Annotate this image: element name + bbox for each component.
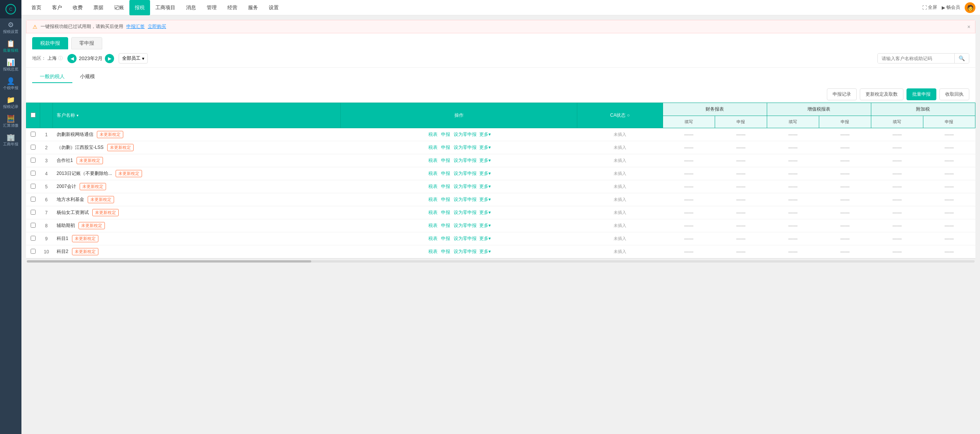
subtab-general[interactable]: 一般的税人 — [32, 71, 72, 83]
op-zero-report[interactable]: 设为零申报 — [454, 249, 477, 254]
op-zero-report[interactable]: 设为零申报 — [454, 236, 477, 241]
op-more[interactable]: 更多▾ — [479, 249, 491, 254]
sidebar-item-annual-settlement[interactable]: 🧮 汇算清缴 — [0, 112, 21, 131]
row-checkbox-9[interactable] — [31, 249, 36, 254]
row-checkbox-6[interactable] — [31, 210, 36, 215]
staff-selector[interactable]: 全部员工 ▾ — [119, 53, 148, 64]
sidebar-item-tax-overview[interactable]: 📊 报税总览 — [0, 56, 21, 75]
op-report[interactable]: 申报 — [441, 249, 450, 254]
tab-tax-report[interactable]: 税款申报 — [32, 37, 68, 49]
op-report[interactable]: 申报 — [441, 223, 450, 228]
row-checkbox-2[interactable] — [31, 158, 36, 163]
upgrade-button[interactable]: ▶ 畅会员 — [942, 4, 960, 11]
client-name-text: 2007会计 — [57, 184, 76, 189]
app-logo[interactable]: C — [0, 0, 21, 18]
row-num: 5 — [40, 180, 53, 193]
update-verify-button[interactable]: 更新稅定及取数 — [860, 88, 903, 100]
date-next-button[interactable]: ▶ — [105, 54, 114, 63]
sidebar-item-batch-tax[interactable]: 📋 批量报税 — [0, 37, 21, 56]
op-zero-report[interactable]: 设为零申报 — [454, 210, 477, 215]
op-tax-table[interactable]: 税表 — [428, 184, 438, 189]
row-client-name: 科目2 未更新稅定 — [53, 245, 341, 258]
op-more[interactable]: 更多▾ — [479, 197, 491, 202]
date-prev-button[interactable]: ◀ — [67, 54, 77, 63]
search-button[interactable]: 🔍 — [954, 54, 969, 63]
row-checkbox-4[interactable] — [31, 184, 36, 189]
row-checkbox-5[interactable] — [31, 197, 36, 202]
op-more[interactable]: 更多▾ — [479, 171, 491, 176]
op-tax-table[interactable]: 税表 — [428, 145, 438, 150]
search-input[interactable] — [878, 54, 954, 63]
op-tax-table[interactable]: 税表 — [428, 171, 438, 176]
sidebar-item-tax-settings[interactable]: ⚙ 报税设置 — [0, 18, 21, 37]
op-tax-table[interactable]: 税表 — [428, 249, 438, 254]
row-checkbox-0[interactable] — [31, 132, 36, 137]
op-report[interactable]: 申报 — [441, 236, 450, 241]
horizontal-scrollbar[interactable] — [26, 258, 975, 264]
row-vat-fill: —— — [871, 206, 923, 219]
op-more[interactable]: 更多▾ — [479, 236, 491, 241]
tab-zero-report[interactable]: 零申报 — [71, 37, 102, 49]
nav-management[interactable]: 管理 — [201, 0, 222, 15]
nav-settings[interactable]: 设置 — [263, 0, 284, 15]
row-checkbox-8[interactable] — [31, 236, 36, 241]
op-zero-report[interactable]: 设为零申报 — [454, 171, 477, 176]
op-tax-table[interactable]: 税表 — [428, 132, 438, 137]
sidebar-item-annual-report[interactable]: 🏢 工商年报 — [0, 131, 21, 150]
op-zero-report[interactable]: 设为零申报 — [454, 223, 477, 228]
op-report[interactable]: 申报 — [441, 210, 450, 215]
row-client-name: 地方水利基金 未更新稅定 — [53, 193, 341, 206]
op-report[interactable]: 申报 — [441, 197, 450, 202]
row-checkbox-3[interactable] — [31, 171, 36, 176]
region-value[interactable]: 上海 — [47, 55, 57, 62]
op-more[interactable]: 更多▾ — [479, 184, 491, 189]
batch-report-button[interactable]: 批量申报 — [906, 88, 936, 100]
nav-tax[interactable]: 报税 — [129, 0, 150, 15]
op-zero-report[interactable]: 设为零申报 — [454, 158, 477, 163]
op-tax-table[interactable]: 税表 — [428, 158, 438, 163]
nav-invoices[interactable]: 票据 — [88, 0, 109, 15]
op-zero-report[interactable]: 设为零申报 — [454, 197, 477, 202]
withdraw-button[interactable]: 收取回执 — [939, 88, 969, 100]
op-zero-report[interactable]: 设为零申报 — [454, 184, 477, 189]
op-tax-table[interactable]: 税表 — [428, 197, 438, 202]
banner-link-buy[interactable]: 立即购买 — [148, 23, 166, 30]
nav-business[interactable]: 工商项目 — [150, 0, 181, 15]
subtab-small[interactable]: 小规模 — [72, 71, 103, 83]
fullscreen-button[interactable]: ⛶ 全屏 — [922, 4, 937, 11]
row-checkbox-1[interactable] — [31, 145, 36, 150]
nav-operations[interactable]: 经营 — [222, 0, 243, 15]
banner-link-sign[interactable]: 申报汇签 — [126, 23, 145, 30]
op-zero-report[interactable]: 设为零申报 — [454, 132, 477, 137]
nav-home[interactable]: 首页 — [26, 0, 47, 15]
nav-bookkeeping[interactable]: 记账 — [109, 0, 129, 15]
declaration-records-button[interactable]: 申报记录 — [827, 88, 857, 100]
op-more[interactable]: 更多▾ — [479, 158, 491, 163]
nav-messages[interactable]: 消息 — [181, 0, 201, 15]
op-report[interactable]: 申报 — [441, 145, 450, 150]
op-more[interactable]: 更多▾ — [479, 210, 491, 215]
sidebar-item-personal-tax[interactable]: 👤 个税申报 — [0, 75, 21, 93]
op-more[interactable]: 更多▾ — [479, 223, 491, 228]
nav-billing[interactable]: 收费 — [67, 0, 88, 15]
client-name-text: 地方水利基金 — [57, 197, 84, 202]
op-report[interactable]: 申报 — [441, 184, 450, 189]
sidebar-item-tax-records[interactable]: 📁 报税记录 — [0, 93, 21, 112]
op-zero-report[interactable]: 设为零申报 — [454, 145, 477, 150]
op-more[interactable]: 更多▾ — [479, 132, 491, 137]
op-tax-table[interactable]: 税表 — [428, 210, 438, 215]
sidebar: C ⚙ 报税设置 📋 批量报税 📊 报税总览 👤 个税申报 📁 报税记录 🧮 汇… — [0, 0, 21, 434]
op-report[interactable]: 申报 — [441, 132, 450, 137]
op-more[interactable]: 更多▾ — [479, 145, 491, 150]
nav-clients[interactable]: 客户 — [47, 0, 67, 15]
banner-close-button[interactable]: × — [967, 24, 970, 30]
op-tax-table[interactable]: 税表 — [428, 223, 438, 228]
op-report[interactable]: 申报 — [441, 158, 450, 163]
th-financial-report: 财务报表 — [663, 103, 767, 116]
row-checkbox-7[interactable] — [31, 223, 36, 228]
nav-service[interactable]: 服务 — [243, 0, 263, 15]
user-avatar[interactable]: 🧑 — [965, 2, 975, 13]
select-all-checkbox[interactable] — [31, 113, 36, 117]
op-report[interactable]: 申报 — [441, 171, 450, 176]
op-tax-table[interactable]: 税表 — [428, 236, 438, 241]
